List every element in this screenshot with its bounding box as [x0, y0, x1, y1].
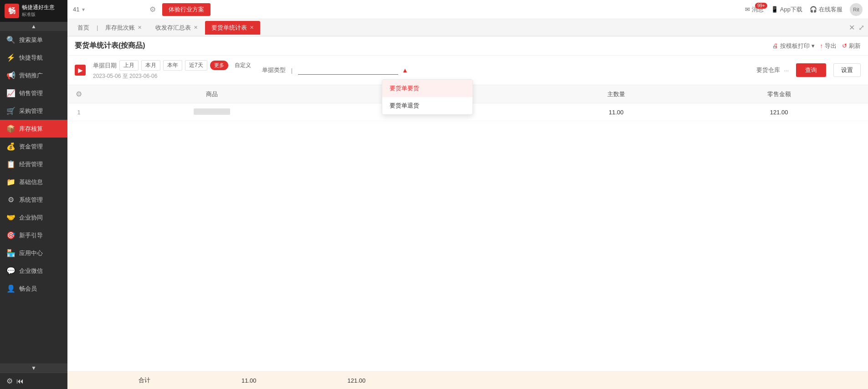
industry-button[interactable]: 体验行业方案	[162, 3, 211, 16]
messages-badge: 99+	[755, 3, 767, 9]
online-service-button[interactable]: 🎧 在线客服	[810, 5, 842, 14]
row-number: 1	[67, 103, 90, 121]
sidebar-item-wechat[interactable]: 💬 企业微信	[0, 262, 67, 280]
type-input[interactable]	[298, 66, 398, 75]
quicknav-icon: ⚡	[6, 53, 15, 62]
tab-close-inventory-batch[interactable]: ✕	[138, 25, 142, 31]
print-icon: 🖨	[772, 42, 778, 49]
col-amount: 零售金额	[690, 85, 868, 103]
brand-arrow-icon[interactable]: ▾	[82, 6, 85, 13]
dropdown-item-order-return[interactable]: 要货单退货	[382, 97, 473, 114]
tab-inventory-batch[interactable]: 库存批次账 ✕	[99, 21, 148, 35]
sidebar-item-label: 采购管理	[19, 107, 43, 115]
type-filter-section: 单据类型 | ▲	[262, 66, 408, 75]
topbar-right: ✉ 消息 99+ 📱 App下载 🎧 在线客服 Rit	[745, 3, 863, 16]
sidebar-item-inventory[interactable]: 📦 库存核算	[0, 120, 67, 138]
date-btn-more[interactable]: 更多	[210, 61, 228, 70]
date-filter-group: 单据日期 上月 本月 本年 近7天 更多 自定义 2023-05-06 至 20…	[93, 60, 255, 80]
filter-bar: ▶ 单据日期 上月 本月 本年 近7天 更多 自定义 2023-05-06 至 …	[67, 56, 868, 85]
sidebar-bottom: ⚙ ⏮	[0, 373, 67, 389]
export-button[interactable]: ↑ 导出	[820, 42, 837, 50]
sidebar-item-guide[interactable]: 🎯 新手引导	[0, 226, 67, 244]
table-footer: 合计 11.00 121.00	[67, 371, 868, 389]
sidebar-item-quicknav[interactable]: ⚡ 快捷导航	[0, 49, 67, 67]
refresh-label: 刷新	[849, 42, 861, 50]
sidebar-item-system[interactable]: ⚙ 系统管理	[0, 191, 67, 209]
logo-icon: 畅	[5, 4, 19, 18]
collapse-icon[interactable]: ⏮	[16, 377, 24, 385]
guide-icon: 🎯	[6, 231, 15, 240]
sidebar-item-marketing[interactable]: 📢 营销推广	[0, 67, 67, 84]
gear-settings-icon[interactable]: ⚙	[149, 5, 156, 14]
close-window-icon[interactable]: ✕	[849, 23, 855, 32]
messages-button[interactable]: ✉ 消息 99+	[745, 5, 764, 14]
sidebar-item-corp[interactable]: 🤝 企业协同	[0, 209, 67, 226]
filter-expand-button[interactable]: ▶	[75, 65, 86, 76]
system-icon: ⚙	[6, 195, 15, 204]
sidebar-item-purchase[interactable]: 🛒 采购管理	[0, 102, 67, 120]
sidebar-item-label: 库存核算	[19, 125, 43, 133]
sidebar-item-member[interactable]: 👤 畅会员	[0, 280, 67, 297]
type-dropdown: 要货单要货 要货单退货	[382, 79, 473, 115]
app-icon: 📱	[771, 6, 778, 13]
sidebar-item-label: 应用中心	[19, 249, 43, 257]
app-download-button[interactable]: 📱 App下载	[771, 5, 802, 14]
sidebar-item-label: 销售管理	[19, 89, 43, 97]
warehouse-dots-icon[interactable]: ···	[784, 67, 789, 74]
wechat-icon: 💬	[6, 266, 15, 275]
sidebar-item-label: 搜索菜单	[19, 36, 43, 44]
sidebar-item-appstore[interactable]: 🏪 应用中心	[0, 244, 67, 262]
tab-order-stats[interactable]: 要货单统计表 ✕	[205, 21, 260, 35]
dropdown-item-order-goods[interactable]: 要货单要货	[382, 80, 473, 97]
logo-name: 畅捷通好生意	[22, 4, 55, 11]
tab-close-order-stats[interactable]: ✕	[250, 25, 254, 31]
tabbar-actions: ✕ ⤢	[849, 23, 864, 32]
date-btn-current-month[interactable]: 本月	[141, 60, 160, 71]
sidebar-item-label: 企业协同	[19, 214, 43, 222]
column-settings-icon[interactable]: ⚙	[76, 90, 82, 98]
sidebar-item-operations[interactable]: 📋 经营管理	[0, 155, 67, 173]
footer-label: 合计	[75, 376, 150, 384]
type-separator: |	[291, 67, 293, 74]
topbar: 41 ▾ ⚙ 体验行业方案 ✉ 消息 99+ 📱 App下载 🎧 在线客服 Ri…	[67, 0, 868, 19]
sidebar-item-sales[interactable]: 📈 销售管理	[0, 84, 67, 102]
settings-button[interactable]: 设置	[833, 63, 861, 77]
sidebar: 畅 畅捷通好生意 标准版 ▲ 🔍 搜索菜单 ⚡ 快捷导航 📢 营销推广 📈 销售…	[0, 0, 67, 389]
appstore-icon: 🏪	[6, 249, 15, 257]
sidebar-scroll-down[interactable]: ▼	[0, 363, 67, 373]
sidebar-item-finance[interactable]: 💰 资金管理	[0, 138, 67, 155]
date-label: 单据日期	[93, 61, 117, 70]
expand-window-icon[interactable]: ⤢	[858, 23, 864, 32]
row-amount: 121.00	[690, 103, 868, 121]
type-label: 单据类型	[262, 66, 286, 74]
date-btn-custom[interactable]: 自定义	[231, 61, 255, 70]
avatar-text: Rit	[853, 7, 859, 12]
row-product	[90, 103, 334, 121]
settings-icon[interactable]: ⚙	[6, 377, 13, 385]
template-print-button[interactable]: 🖨 按模板打印 ▾	[772, 42, 815, 50]
sidebar-scroll-up[interactable]: ▲	[0, 22, 67, 31]
tab-home[interactable]: 首页	[71, 21, 96, 35]
date-btn-year[interactable]: 本年	[163, 60, 182, 71]
sidebar-item-label: 基础信息	[19, 178, 43, 186]
tab-receipt-summary[interactable]: 收发存汇总表 ✕	[149, 21, 204, 35]
export-icon: ↑	[820, 42, 823, 49]
date-btn-prev-month[interactable]: 上月	[119, 60, 139, 71]
type-dropdown-arrow-icon[interactable]: ▲	[402, 67, 408, 74]
sidebar-item-label: 经营管理	[19, 160, 43, 169]
sidebar-logo: 畅 畅捷通好生意 标准版	[0, 0, 67, 22]
query-button[interactable]: 查询	[796, 63, 826, 77]
col-quantity: 主数量	[542, 85, 690, 103]
avatar[interactable]: Rit	[850, 3, 863, 16]
tabbar: 首页 | 库存批次账 ✕ 收发存汇总表 ✕ 要货单统计表 ✕ ✕ ⤢	[67, 19, 868, 36]
sidebar-item-search[interactable]: 🔍 搜索菜单	[0, 31, 67, 49]
footer-amount: 121.00	[348, 377, 366, 384]
date-btn-recent7[interactable]: 近7天	[185, 60, 207, 71]
tab-close-receipt-summary[interactable]: ✕	[194, 25, 198, 31]
inventory-icon: 📦	[6, 124, 15, 133]
message-icon: ✉	[745, 6, 750, 13]
col-product: 商品	[90, 85, 334, 103]
refresh-button[interactable]: ↺ 刷新	[842, 42, 861, 50]
sidebar-item-basic[interactable]: 📁 基础信息	[0, 173, 67, 191]
main-content: 41 ▾ ⚙ 体验行业方案 ✉ 消息 99+ 📱 App下载 🎧 在线客服 Ri…	[67, 0, 868, 389]
